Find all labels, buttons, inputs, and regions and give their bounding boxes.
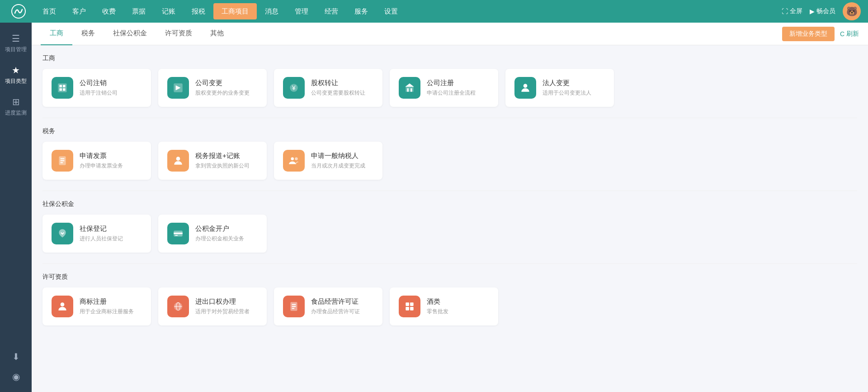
card-3-3[interactable]: 酒类零售批发 bbox=[390, 287, 498, 325]
card-1-1[interactable]: 税务报道+记账拿到营业执照的新公司 bbox=[158, 142, 267, 180]
card-3-0[interactable]: 商标注册用于企业商标注册服务 bbox=[42, 287, 151, 325]
card-text-1-2: 申请一般纳税人当月或次月成变更完成 bbox=[311, 152, 365, 170]
card-title-1-2: 申请一般纳税人 bbox=[311, 152, 365, 160]
download-icon[interactable]: ⬇ bbox=[8, 349, 24, 365]
card-title-0-2: 股权转让 bbox=[311, 79, 365, 87]
card-desc-0-3: 申请公司注册全流程 bbox=[427, 89, 476, 97]
card-desc-0-2: 公司变更需要股权转让 bbox=[311, 89, 365, 97]
sidebar-icon-0: ☰ bbox=[12, 33, 20, 44]
card-desc-2-1: 办理公积金相关业务 bbox=[195, 235, 244, 243]
card-text-0-3: 公司注册申请公司注册全流程 bbox=[427, 79, 476, 97]
card-desc-3-1: 适用于对外贸易经营者 bbox=[195, 308, 250, 316]
tab-bar: 工商税务社保公积金许可资质其他 新增业务类型 C 刷新 bbox=[32, 23, 868, 45]
nav-item-4[interactable]: 记账 bbox=[154, 0, 184, 23]
card-desc-3-3: 零售批发 bbox=[427, 308, 448, 316]
scroll-content[interactable]: 工商公司注销适用于注销公司公司变更股权变更外的业务变更¥股权转让公司变更需要股权… bbox=[32, 45, 868, 392]
nav-item-11[interactable]: 设置 bbox=[376, 0, 406, 23]
svg-rect-33 bbox=[410, 302, 414, 306]
card-icon-1-1 bbox=[167, 150, 189, 172]
card-0-0[interactable]: 公司注销适用于注销公司 bbox=[42, 69, 151, 107]
nav-item-9[interactable]: 经营 bbox=[316, 0, 346, 23]
top-nav-right: ⛶ 全屏 ▶ 畅会员 🐻 bbox=[782, 2, 861, 20]
card-icon-3-2 bbox=[283, 296, 305, 317]
card-icon-3-1 bbox=[167, 296, 189, 317]
sidebar-bottom: ⬇ ◉ bbox=[8, 349, 24, 385]
nav-item-5[interactable]: 报税 bbox=[184, 0, 213, 23]
nav-item-2[interactable]: 收费 bbox=[94, 0, 124, 23]
card-3-2[interactable]: 食品经营许可证办理食品经营许可证 bbox=[274, 287, 382, 325]
card-desc-1-2: 当月或次月成变更完成 bbox=[311, 162, 365, 170]
vip-btn[interactable]: ▶ 畅会员 bbox=[810, 7, 835, 15]
card-1-2[interactable]: 申请一般纳税人当月或次月成变更完成 bbox=[274, 142, 382, 180]
card-title-3-3: 酒类 bbox=[427, 297, 448, 306]
svg-rect-1 bbox=[58, 83, 67, 92]
section-title-2: 社保公积金 bbox=[42, 200, 857, 208]
card-desc-0-0: 适用于注销公司 bbox=[80, 89, 118, 97]
play-icon: ▶ bbox=[810, 8, 815, 15]
card-title-0-1: 公司变更 bbox=[195, 79, 250, 87]
card-desc-0-4: 适用于公司变更法人 bbox=[542, 89, 591, 97]
tab-0[interactable]: 工商 bbox=[41, 23, 72, 45]
section-divider-1 bbox=[42, 191, 857, 191]
card-icon-0-0 bbox=[52, 77, 73, 99]
nav-items: 首页客户收费票据记账报税工商项目消息管理经营服务设置 bbox=[34, 0, 782, 23]
card-text-0-1: 公司变更股权变更外的业务变更 bbox=[195, 79, 250, 97]
card-text-3-2: 食品经营许可证办理食品经营许可证 bbox=[311, 297, 360, 316]
refresh-button[interactable]: C 刷新 bbox=[840, 30, 859, 38]
nav-item-1[interactable]: 客户 bbox=[64, 0, 94, 23]
tab-3[interactable]: 许可资质 bbox=[156, 23, 201, 45]
svg-rect-31 bbox=[292, 308, 294, 309]
nav-item-6[interactable]: 工商项目 bbox=[213, 3, 257, 19]
section-title-0: 工商 bbox=[42, 54, 857, 62]
sidebar-item-1[interactable]: ★项目类型 bbox=[0, 59, 32, 91]
svg-rect-30 bbox=[292, 306, 296, 307]
card-text-2-1: 公积金开户办理公积金相关业务 bbox=[195, 225, 244, 243]
nav-item-10[interactable]: 服务 bbox=[346, 0, 376, 23]
svg-rect-11 bbox=[407, 88, 409, 92]
card-icon-0-4 bbox=[514, 77, 536, 99]
card-0-3[interactable]: 公司注册申请公司注册全流程 bbox=[390, 69, 498, 107]
svg-point-24 bbox=[61, 302, 65, 306]
card-0-4[interactable]: 法人变更适用于公司变更法人 bbox=[505, 69, 614, 107]
nav-item-8[interactable]: 管理 bbox=[287, 0, 316, 23]
card-text-3-0: 商标注册用于企业商标注册服务 bbox=[80, 297, 134, 316]
add-type-button[interactable]: 新增业务类型 bbox=[782, 27, 835, 41]
card-text-0-2: 股权转让公司变更需要股权转让 bbox=[311, 79, 365, 97]
nav-item-3[interactable]: 票据 bbox=[124, 0, 154, 23]
svg-text:¥: ¥ bbox=[292, 84, 296, 91]
card-desc-1-0: 办理申请发票业务 bbox=[80, 162, 123, 170]
logo bbox=[7, 4, 30, 19]
svg-rect-35 bbox=[410, 307, 414, 311]
card-0-2[interactable]: ¥股权转让公司变更需要股权转让 bbox=[274, 69, 382, 107]
card-desc-1-1: 拿到营业执照的新公司 bbox=[195, 162, 250, 170]
sidebar-item-2[interactable]: ⊞进度监测 bbox=[0, 91, 32, 122]
sidebar-item-0[interactable]: ☰项目管理 bbox=[0, 27, 32, 59]
content-area: 工商税务社保公积金许可资质其他 新增业务类型 C 刷新 工商公司注销适用于注销公… bbox=[32, 23, 868, 392]
card-1-0[interactable]: 申请发票办理申请发票业务 bbox=[42, 142, 151, 180]
tab-actions: 新增业务类型 C 刷新 bbox=[782, 27, 859, 41]
card-2-0[interactable]: 社保登记进行人员社保登记 bbox=[42, 215, 151, 253]
card-desc-3-0: 用于企业商标注册服务 bbox=[80, 308, 134, 316]
nav-item-7[interactable]: 消息 bbox=[257, 0, 287, 23]
main-layout: ☰项目管理★项目类型⊞进度监测 ⬇ ◉ 工商税务社保公积金许可资质其他 新增业务… bbox=[0, 23, 868, 392]
card-text-1-1: 税务报道+记账拿到营业执照的新公司 bbox=[195, 152, 250, 170]
tab-4[interactable]: 其他 bbox=[201, 23, 233, 45]
card-desc-0-1: 股权变更外的业务变更 bbox=[195, 89, 250, 97]
tab-1[interactable]: 税务 bbox=[72, 23, 104, 45]
section-divider-2 bbox=[42, 263, 857, 264]
card-icon-1-0 bbox=[52, 150, 73, 172]
card-3-1[interactable]: 进出口权办理适用于对外贸易经营者 bbox=[158, 287, 267, 325]
card-desc-2-0: 进行人员社保登记 bbox=[80, 235, 123, 243]
sidebar-icon-1: ★ bbox=[12, 65, 20, 76]
card-0-1[interactable]: 公司变更股权变更外的业务变更 bbox=[158, 69, 267, 107]
section-title-1: 税务 bbox=[42, 127, 857, 135]
card-icon-2-1 bbox=[167, 223, 189, 244]
cards-grid-0: 公司注销适用于注销公司公司变更股权变更外的业务变更¥股权转让公司变更需要股权转让… bbox=[42, 69, 857, 107]
fullscreen-btn[interactable]: ⛶ 全屏 bbox=[782, 7, 802, 15]
card-2-1[interactable]: 公积金开户办理公积金相关业务 bbox=[158, 215, 267, 253]
location-icon[interactable]: ◉ bbox=[8, 368, 24, 385]
card-text-0-4: 法人变更适用于公司变更法人 bbox=[542, 79, 591, 97]
nav-item-0[interactable]: 首页 bbox=[34, 0, 64, 23]
tab-2[interactable]: 社保公积金 bbox=[104, 23, 156, 45]
svg-point-20 bbox=[295, 157, 298, 160]
